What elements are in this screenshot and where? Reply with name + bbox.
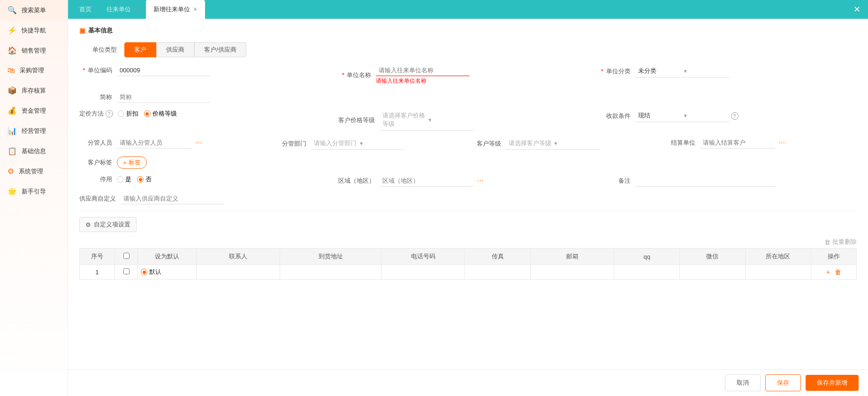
email-input[interactable] <box>554 269 591 276</box>
row-wechat[interactable] <box>680 265 746 280</box>
unit-type-both-btn[interactable]: 客户/供应商 <box>194 42 246 57</box>
tab-partner[interactable]: 往来单位 ✕ <box>99 0 146 19</box>
tab-home[interactable]: 首页 <box>72 0 99 19</box>
form-area: ▣ 基本信息 单位类型 客户 供应商 客户/供应商 * 单位编码 * 单位名称 <box>68 19 868 369</box>
batch-delete-area: 🗑 批量删除 <box>79 238 857 246</box>
chevron-down-icon: ▼ <box>359 141 402 146</box>
payment-terms-select[interactable]: 现结 ▼ <box>635 109 729 122</box>
remark-input[interactable] <box>635 175 776 186</box>
select-all-checkbox[interactable] <box>123 253 129 259</box>
supervisor-field: 分管人员 ··· <box>79 137 274 148</box>
row-qq[interactable] <box>614 265 680 280</box>
col-region: 所在地区 <box>745 248 811 265</box>
region-dots-btn[interactable]: ··· <box>475 177 485 185</box>
region-input[interactable] <box>380 175 473 186</box>
custom-settings-btn[interactable]: ⚙ 自定义项设置 <box>79 217 137 232</box>
tab-bar-close-btn[interactable]: ✕ <box>850 4 864 15</box>
unit-code-field: * 单位编码 <box>79 65 338 76</box>
row-phone[interactable] <box>381 265 465 280</box>
form-row-5: 客户标签 + 标签 <box>79 156 857 169</box>
row-contact[interactable] <box>196 265 280 280</box>
sidebar-item-newbie[interactable]: 🌟 新手引导 <box>0 181 68 202</box>
chevron-down-icon: ▼ <box>427 117 471 123</box>
row-fax[interactable] <box>465 265 531 280</box>
tag-btn-label: 标签 <box>129 158 141 167</box>
settlement-input[interactable] <box>700 137 775 148</box>
contact-table: 序号 设为默认 联系人 到货地址 电话号码 传真 邮箱 qq 微信 所在地区 操… <box>79 248 857 280</box>
row-address[interactable] <box>280 265 381 280</box>
section-title-text: 基本信息 <box>88 26 113 35</box>
wechat-input[interactable] <box>698 269 726 276</box>
row-region[interactable] <box>745 265 811 280</box>
fax-input[interactable] <box>484 269 512 276</box>
supplier-custom-input[interactable] <box>121 193 224 204</box>
row-email[interactable] <box>531 265 614 280</box>
disabled-radio-group: 是 否 <box>117 175 152 184</box>
supplier-custom-label: 供应商自定义 <box>79 194 116 203</box>
short-name-input[interactable] <box>117 92 211 103</box>
payment-info-icon[interactable]: ? <box>731 112 739 120</box>
customer-level-select[interactable]: 请选择客户等级 ▼ <box>506 137 600 150</box>
tab-new-partner[interactable]: 新增往来单位 ✕ <box>146 0 205 19</box>
sidebar-item-inventory[interactable]: 📦 库存核算 <box>0 80 68 101</box>
sidebar-item-sales[interactable]: 🏠 销售管理 <box>0 40 68 61</box>
customer-tag-label: 客户标签 <box>79 158 112 167</box>
pricing-discount-radio[interactable]: 折扣 <box>118 109 138 118</box>
no-radio-circle <box>137 176 144 183</box>
default-radio-circle <box>141 269 147 275</box>
unit-type-customer-btn[interactable]: 客户 <box>124 42 156 57</box>
customer-price-select[interactable]: 请选择客户价格等级 ▼ <box>380 109 473 131</box>
save-new-button[interactable]: 保存并新增 <box>806 375 859 391</box>
unit-category-select[interactable]: 未分类 ▼ <box>635 65 729 78</box>
delete-row-btn[interactable]: 🗑 <box>833 268 843 276</box>
sidebar-item-quicknav[interactable]: ⚡ 快捷导航 <box>0 20 68 40</box>
section-title: ▣ 基本信息 <box>79 26 857 35</box>
pricing-info-icon[interactable]: ? <box>106 110 113 117</box>
unit-name-field: * 单位名称 请输入往来单位名称 <box>338 65 597 85</box>
supervisor-dots-btn[interactable]: ··· <box>194 139 204 147</box>
sidebar-item-finance[interactable]: 💰 资金管理 <box>0 101 68 121</box>
supervisor-input[interactable] <box>117 137 192 148</box>
sidebar-item-label: 销售管理 <box>22 47 46 55</box>
row-check[interactable] <box>114 265 138 280</box>
disabled-no-radio[interactable]: 否 <box>137 175 152 184</box>
unit-name-input[interactable] <box>376 65 470 76</box>
row-checkbox[interactable] <box>123 268 129 274</box>
form-row-3: 定价方法 ? 折扣 价格等级 客户价格等级 请选择客户价 <box>79 109 857 131</box>
row-default-radio[interactable]: 默认 <box>141 268 193 276</box>
pricing-method-field: 定价方法 ? 折扣 价格等级 <box>79 109 338 118</box>
qq-input[interactable] <box>633 269 661 276</box>
settlement-dots-btn[interactable]: ··· <box>777 139 787 147</box>
col-default: 设为默认 <box>138 248 196 265</box>
form-row-4: 分管人员 ··· 分管部门 请输入分管部门 ▼ 客户等级 请选择客户等级 ▼ 结… <box>79 137 857 150</box>
sidebar-item-basicinfo[interactable]: 📋 基础信息 <box>0 141 68 161</box>
sidebar-item-operations[interactable]: 📊 经营管理 <box>0 121 68 141</box>
plus-icon: + <box>123 159 127 166</box>
sidebar-item-label: 系统管理 <box>19 167 43 176</box>
batch-delete-label[interactable]: 批量删除 <box>832 238 857 246</box>
purchase-icon: 🛍 <box>8 66 15 75</box>
phone-input[interactable] <box>404 269 442 276</box>
sidebar-item-search[interactable]: 🔍 搜索菜单 <box>0 0 68 20</box>
row-region-input[interactable] <box>764 269 792 276</box>
cancel-button[interactable]: 取消 <box>725 374 761 391</box>
unit-type-row: 单位类型 客户 供应商 客户/供应商 <box>79 42 857 57</box>
add-row-btn[interactable]: + <box>825 268 831 276</box>
add-tag-btn[interactable]: + 标签 <box>117 156 147 169</box>
unit-type-supplier-btn[interactable]: 供应商 <box>156 42 194 57</box>
dept-select[interactable]: 请输入分管部门 ▼ <box>311 137 405 150</box>
address-input[interactable] <box>307 269 354 276</box>
pricing-level-radio[interactable]: 价格等级 <box>144 109 177 118</box>
unit-code-input[interactable] <box>117 65 211 76</box>
sidebar-item-purchase[interactable]: 🛍 采购管理 <box>0 61 68 80</box>
tab-new-partner-close[interactable]: ✕ <box>193 6 198 13</box>
sales-icon: 🏠 <box>8 46 17 55</box>
required-star: * <box>83 67 85 74</box>
sidebar-item-system[interactable]: ⚙ 系统管理 <box>0 161 68 181</box>
disabled-yes-radio[interactable]: 是 <box>117 175 131 184</box>
contact-input[interactable] <box>219 269 257 276</box>
col-seq: 序号 <box>80 248 115 265</box>
tab-partner-close[interactable]: ✕ <box>134 6 138 13</box>
form-row-1: * 单位编码 * 单位名称 请输入往来单位名称 * 单位分类 <box>79 65 857 85</box>
save-button[interactable]: 保存 <box>765 374 801 391</box>
